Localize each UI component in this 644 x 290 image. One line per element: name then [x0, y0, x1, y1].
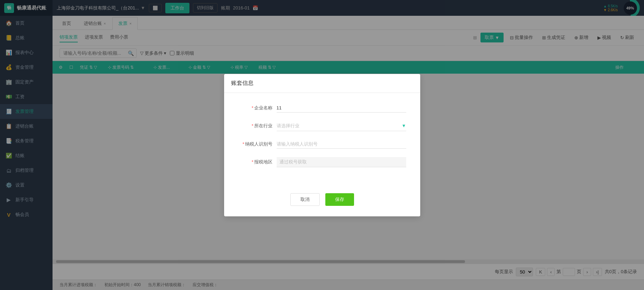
tax-region-field: 通过税号获取	[277, 157, 406, 167]
tax-id-label: 纳税人识别号	[238, 141, 277, 147]
modal-dialog: 账套信息 企业名称 所在行业 请选择行业 ▼ 纳税人识别号	[224, 74, 420, 216]
form-row-tax-region: 报税地区 通过税号获取	[238, 157, 406, 167]
modal-footer: 取消 保存	[224, 186, 420, 216]
modal-title: 账套信息	[231, 80, 254, 86]
company-name-label: 企业名称	[238, 105, 277, 111]
tax-region-label: 报税地区	[238, 159, 277, 165]
dropdown-chevron-icon: ▼	[402, 123, 406, 128]
tax-id-input[interactable]	[277, 140, 406, 149]
company-name-input[interactable]	[277, 103, 406, 113]
form-row-tax-id: 纳税人识别号	[238, 140, 406, 149]
form-row-company: 企业名称	[238, 103, 406, 113]
cancel-button[interactable]: 取消	[290, 193, 320, 206]
industry-placeholder: 请选择行业	[277, 123, 299, 129]
industry-label: 所在行业	[238, 123, 277, 129]
save-button[interactable]: 保存	[325, 193, 354, 206]
industry-select[interactable]: 请选择行业 ▼	[277, 121, 406, 131]
form-row-industry: 所在行业 请选择行业 ▼	[238, 121, 406, 131]
modal-body: 企业名称 所在行业 请选择行业 ▼ 纳税人识别号 报税地区 通过税号获取	[224, 93, 420, 186]
modal-overlay: 账套信息 企业名称 所在行业 请选择行业 ▼ 纳税人识别号	[0, 0, 644, 290]
modal-header: 账套信息	[224, 74, 420, 93]
